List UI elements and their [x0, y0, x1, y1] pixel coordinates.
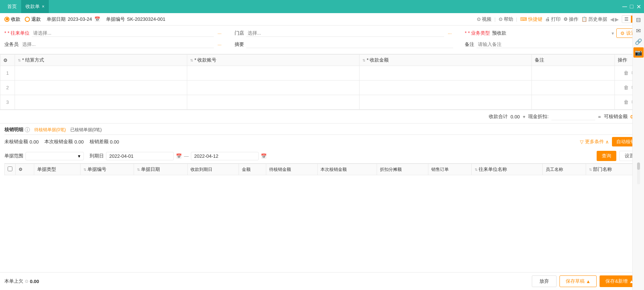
date-from-input[interactable] — [106, 152, 174, 160]
notes-cell-3[interactable] — [532, 95, 615, 110]
form-section: * 往来单位 ··· 门店 ··· * 业务类型 预收款 ▾ ⚙ 设置 — [0, 26, 644, 54]
discount-input[interactable] — [551, 113, 595, 120]
diff-stat: 核销差额 0.00 — [90, 138, 119, 145]
notes-input[interactable] — [476, 41, 640, 48]
notes-col-header: 备注 — [532, 55, 615, 66]
sidebar-camera-icon[interactable]: 📷 — [633, 47, 644, 58]
help-btn[interactable]: ⊙ 帮助 — [499, 16, 513, 23]
account-cell-3[interactable] — [187, 95, 360, 110]
salesperson-more-btn[interactable]: ··· — [216, 42, 223, 47]
radio-receipt[interactable]: 收款 — [4, 16, 20, 23]
counterparty-label: * 往来单位 — [4, 30, 30, 36]
footer-info: 本单上欠 ⊙ 0.00 — [4, 278, 39, 285]
query-btn[interactable]: 查询 — [597, 151, 616, 161]
calendar-from-icon[interactable]: 📅 — [176, 153, 182, 159]
nav-arrows: ◀ ▶ — [610, 16, 619, 22]
business-type-dropdown-icon[interactable]: ▾ — [612, 31, 614, 36]
window-restore-icon[interactable]: □ — [630, 3, 633, 10]
summary-input[interactable] — [246, 41, 453, 48]
sidebar-link-icon[interactable]: 🔗 — [633, 36, 644, 47]
settlement-sort-icon[interactable]: ⇅ — [18, 58, 21, 62]
account-cell-1[interactable] — [187, 66, 360, 81]
footer-info-icon[interactable]: ⊙ — [25, 279, 28, 284]
filter-row: 单据范围 ▾ 到期日 📅 — 📅 查询 设置 — [4, 149, 640, 164]
gear-col-header-2[interactable]: ⚙ — [16, 164, 34, 175]
amount-cell-1[interactable] — [360, 66, 532, 81]
toolbar-right: ⊙ 视频 | ⊙ 帮助 | ⌨ 快捷键 🖨 打印 ⚙ 操作 📋 — [477, 15, 640, 23]
summary-row: 收款合计 0.00 + 现金折扣: = 可核销金额 0.00 — [0, 110, 644, 124]
gear-col-header[interactable]: ⚙ — [0, 55, 15, 66]
save-draft-btn[interactable]: 保存草稿 ▲ — [559, 275, 597, 287]
settlement-cell-3[interactable] — [15, 95, 187, 110]
row-index-3: 3 — [0, 95, 15, 110]
store-input[interactable] — [246, 30, 444, 37]
window-min-icon[interactable]: ─ — [623, 3, 627, 11]
sidebar-table-icon[interactable]: ⊟ — [633, 15, 644, 25]
settlement-cell-1[interactable] — [15, 66, 187, 81]
docnum-field: 单据编号 SK-20230324-001 — [106, 16, 166, 23]
settlement-cell-2[interactable] — [15, 81, 187, 95]
amount-cell-3[interactable] — [360, 95, 532, 110]
nav-next-icon[interactable]: ▶ — [615, 16, 619, 22]
layout-list-btn[interactable]: ☰ — [622, 16, 631, 23]
draft-dropdown-icon[interactable]: ▲ — [586, 279, 591, 284]
store-more-btn[interactable]: ··· — [446, 31, 453, 36]
action-icon: ⚙ — [564, 16, 568, 22]
close-tab-icon[interactable]: × — [42, 4, 44, 9]
store-label: 门店 — [235, 30, 244, 36]
verify-info-icon[interactable]: i — [25, 127, 30, 132]
salesperson-input[interactable] — [21, 41, 214, 48]
counterparty-more-btn[interactable]: ··· — [216, 31, 223, 36]
delete-row-2-icon[interactable]: 🗑 — [624, 85, 629, 91]
date-range: 到期日 📅 — 📅 — [90, 152, 267, 160]
sidebar-mail-icon[interactable]: ✉ — [633, 26, 644, 36]
footer-value: 0.00 — [30, 279, 39, 284]
date-to-input[interactable] — [191, 152, 259, 160]
done-tab[interactable]: 已核销单据(0笔) — [70, 127, 102, 133]
notes-cell-2[interactable] — [532, 81, 615, 95]
abandon-btn[interactable]: 放弃 — [532, 275, 557, 287]
current-verify-stat: 本次核销金额 0.00 — [44, 138, 83, 145]
calendar-icon[interactable]: 📅 — [94, 16, 100, 22]
history-btn[interactable]: 📋 历史单据 — [581, 16, 607, 23]
account-sort-icon[interactable]: ⇅ — [190, 58, 193, 62]
nav-tab-receipt[interactable]: 收款单 × — [21, 0, 49, 13]
delete-row-1-icon[interactable]: 🗑 — [624, 70, 629, 76]
print-btn[interactable]: 🖨 打印 — [545, 16, 561, 23]
date-label: 单据日期 — [47, 16, 66, 23]
verify-stats: 未核销金额 0.00 本次核销金额 0.00 核销差额 0.00 ▽ 更多条件 … — [4, 135, 640, 149]
more-filter-btn[interactable]: ▽ 更多条件 ∧ — [580, 138, 609, 145]
main-wrapper: 收款 退款 单据日期 2023-03-24 📅 单据编号 SK-20230324… — [0, 13, 644, 290]
pending-tab[interactable]: 待核销单据(0笔) — [34, 127, 66, 133]
amount-cell-2[interactable] — [360, 81, 532, 95]
counterparty-input[interactable] — [32, 30, 214, 37]
account-cell-2[interactable] — [187, 81, 360, 95]
nav-prev-icon[interactable]: ◀ — [610, 16, 614, 22]
action-btn[interactable]: ⚙ 操作 — [564, 16, 578, 23]
radio-refund-label: 退款 — [31, 16, 41, 23]
nav-home[interactable]: 首页 — [3, 3, 21, 10]
video-btn[interactable]: ⊙ 视频 — [477, 16, 491, 23]
unverified-value: 0.00 — [30, 139, 39, 145]
radio-refund[interactable]: 退款 — [25, 16, 41, 23]
window-close-icon[interactable]: ✕ — [636, 3, 641, 10]
store-field: 门店 ··· — [235, 30, 453, 37]
sales-order-col-header: 销售订单 — [428, 164, 471, 175]
checkbox-col-header — [5, 164, 16, 175]
delete-row-3-icon[interactable]: 🗑 — [624, 99, 629, 105]
row-index-1: 1 — [0, 66, 15, 81]
amount-sort-icon[interactable]: ⇅ — [362, 58, 365, 62]
calendar-to-icon[interactable]: 📅 — [261, 153, 267, 159]
verify-header: 核销明细 i 待核销单据(0笔) 已核销单据(0笔) — [4, 124, 640, 135]
scrollbar[interactable] — [637, 162, 640, 184]
shortcut-btn[interactable]: ⌨ 快捷键 — [520, 16, 542, 23]
tab-label: 收款单 — [25, 3, 40, 10]
bottom-table-wrapper: ⚙ 单据类型 ⇅ 单据编号 ⇅ 单据日期 收款到期日 金 — [4, 164, 640, 272]
plus-symbol: + — [523, 114, 526, 119]
footer-bar: 本单上欠 ⊙ 0.00 放弃 保存草稿 ▲ 保存&新增 ▲ — [0, 272, 644, 290]
range-dropdown-icon: ▾ — [78, 153, 80, 159]
verify-stats-right: ▽ 更多条件 ∧ 自动核销 — [580, 137, 640, 146]
select-all-checkbox[interactable] — [8, 166, 12, 171]
notes-cell-1[interactable] — [532, 66, 615, 81]
range-select[interactable]: ▾ — [25, 152, 84, 160]
